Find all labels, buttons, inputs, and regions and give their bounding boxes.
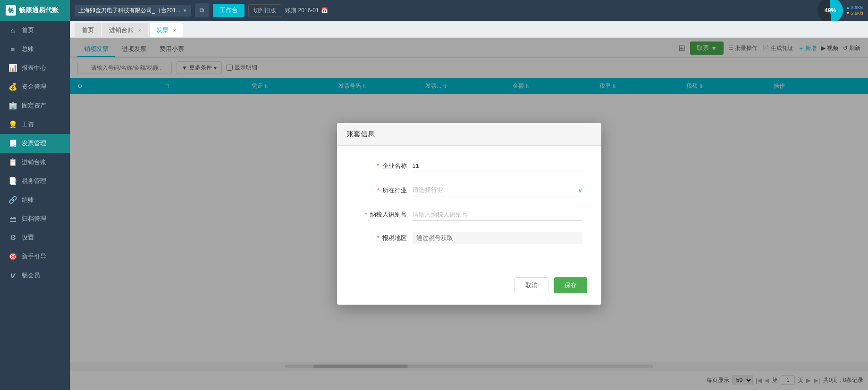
archive-icon: 🗃 bbox=[8, 215, 17, 223]
tab-home-label: 首页 bbox=[82, 26, 94, 33]
app-logo: 畅 畅康通易代账 bbox=[0, 0, 70, 21]
sidebar-item-label: 归档管理 bbox=[22, 215, 46, 223]
download-speed: ▼ 2.6K/s bbox=[846, 11, 863, 16]
cancel-button[interactable]: 取消 bbox=[514, 277, 548, 293]
calendar-icon[interactable]: 📅 bbox=[321, 7, 328, 14]
required-star: * bbox=[377, 187, 379, 194]
network-indicator: 49% ▲ 8.5K/s ▼ 2.6K/s bbox=[817, 0, 863, 23]
company-name-row: * 企业名称 bbox=[356, 160, 582, 172]
industry-label: 所在行业 bbox=[382, 187, 407, 194]
period-display: 账期 2016-01 📅 bbox=[285, 7, 328, 15]
industry-chevron-down-icon[interactable]: ∨ bbox=[578, 186, 582, 194]
tab-invoice[interactable]: 发票 × bbox=[149, 23, 183, 37]
tab-home[interactable]: 首页 bbox=[75, 23, 101, 37]
industry-placeholder: 请选择行业 bbox=[413, 186, 578, 194]
sidebar-item-funds[interactable]: 💰 资金管理 bbox=[0, 77, 70, 96]
tax-region-row: * 报税地区 bbox=[356, 232, 582, 244]
page-tabs: 首页 进销台账 × 发票 × bbox=[70, 21, 868, 38]
tax-id-label-wrap: * 纳税人识别号 bbox=[356, 210, 413, 219]
modal-title: 账套信息 bbox=[346, 130, 375, 138]
sidebar-item-label: 资金管理 bbox=[22, 83, 46, 91]
sidebar-item-salary[interactable]: 👷 工资 bbox=[0, 115, 70, 134]
funds-icon: 💰 bbox=[8, 83, 17, 91]
company-name-input[interactable] bbox=[413, 160, 582, 172]
company-name-label: 企业名称 bbox=[382, 162, 407, 169]
network-percent: 49% bbox=[825, 7, 836, 14]
home-icon: ⌂ bbox=[8, 26, 17, 34]
tab-sales-ledger-label: 进销台账 bbox=[109, 26, 134, 33]
sidebar-item-label: 进销台账 bbox=[22, 158, 46, 166]
account-info-modal: 账套信息 * 企业名称 * 所在行业 bbox=[337, 123, 601, 305]
period-value: 2016-01 bbox=[298, 7, 319, 14]
company-name: 上海卯金刀电子科技有限公司_（台201... bbox=[78, 7, 181, 15]
sidebar-item-label: 固定资产 bbox=[22, 101, 46, 110]
company-selector[interactable]: 上海卯金刀电子科技有限公司_（台201... ▼ bbox=[75, 5, 191, 17]
sidebar: 畅 畅康通易代账 ⌂ 首页 ≡ 总账 📊 报表中心 💰 资金管理 🏢 固定资产 … bbox=[0, 0, 70, 390]
industry-row: * 所在行业 请选择行业 ∨ bbox=[356, 183, 582, 197]
sidebar-nav: ⌂ 首页 ≡ 总账 📊 报表中心 💰 资金管理 🏢 固定资产 👷 工资 🧾 发票… bbox=[0, 21, 70, 390]
required-star: * bbox=[377, 234, 379, 241]
upload-speed: ▲ 8.5K/s bbox=[846, 5, 863, 10]
modal-body: * 企业名称 * 所在行业 请选择行业 ∨ bbox=[337, 146, 601, 270]
sidebar-item-vip[interactable]: V 畅会员 bbox=[0, 266, 70, 285]
modal-footer: 取消 保存 bbox=[337, 270, 601, 305]
invoice-mgmt-icon: 🧾 bbox=[8, 139, 17, 148]
sales-ledger-icon: 📋 bbox=[8, 158, 17, 166]
sidebar-item-label: 税务管理 bbox=[22, 177, 46, 185]
period-label: 账期 bbox=[285, 7, 296, 15]
sidebar-item-ledger[interactable]: ≡ 总账 bbox=[0, 40, 70, 58]
modal-overlay: 账套信息 * 企业名称 * 所在行业 bbox=[70, 38, 868, 390]
save-button[interactable]: 保存 bbox=[554, 277, 587, 293]
sidebar-item-label: 发票管理 bbox=[22, 139, 46, 148]
sidebar-item-reports[interactable]: 📊 报表中心 bbox=[0, 58, 70, 77]
workbench-button[interactable]: 工作台 bbox=[213, 4, 244, 17]
content-area: 销项发票 进项发票 费用小票 ⊞ 取票 ▼ ☰ 批量操作 📄 bbox=[70, 38, 868, 390]
reports-icon: 📊 bbox=[8, 64, 17, 72]
sidebar-item-label: 新手引导 bbox=[22, 252, 46, 261]
close-accounts-icon: 🔗 bbox=[8, 196, 17, 204]
sidebar-item-label: 设置 bbox=[22, 233, 34, 242]
logo-icon: 畅 bbox=[6, 5, 16, 16]
sidebar-item-label: 报表中心 bbox=[22, 64, 46, 72]
industry-select[interactable]: 请选择行业 ∨ bbox=[413, 183, 582, 197]
modal-header: 账套信息 bbox=[337, 123, 601, 146]
tax-region-label-wrap: * 报税地区 bbox=[356, 234, 413, 242]
settings-icon: ⚙ bbox=[8, 233, 17, 242]
tax-region-input bbox=[413, 232, 582, 244]
tax-id-input[interactable] bbox=[413, 208, 582, 221]
net-speeds: ▲ 8.5K/s ▼ 2.6K/s bbox=[846, 5, 863, 16]
copy-icon[interactable]: ⧉ bbox=[195, 3, 209, 17]
vip-icon: V bbox=[8, 272, 17, 280]
sidebar-item-assets[interactable]: 🏢 固定资产 bbox=[0, 96, 70, 115]
topbar: 上海卯金刀电子科技有限公司_（台201... ▼ ⧉ 工作台 切到旧版 账期 2… bbox=[70, 0, 868, 21]
tax-id-row: * 纳税人识别号 bbox=[356, 208, 582, 221]
ledger-icon: ≡ bbox=[8, 45, 17, 53]
guide-icon: 🎯 bbox=[8, 252, 17, 261]
close-tab-sales-icon[interactable]: × bbox=[138, 27, 141, 33]
required-star: * bbox=[377, 162, 379, 169]
close-tab-invoice-icon[interactable]: × bbox=[173, 27, 176, 33]
salary-icon: 👷 bbox=[8, 120, 17, 129]
sidebar-item-invoice-mgmt[interactable]: 🧾 发票管理 bbox=[0, 134, 70, 153]
required-star: * bbox=[365, 211, 367, 218]
sidebar-item-guide[interactable]: 🎯 新手引导 bbox=[0, 247, 70, 266]
switch-old-button[interactable]: 切到旧版 bbox=[248, 4, 281, 17]
assets-icon: 🏢 bbox=[8, 101, 17, 110]
app-name: 畅康通易代账 bbox=[19, 6, 59, 15]
sidebar-item-label: 结账 bbox=[22, 196, 34, 204]
industry-label-wrap: * 所在行业 bbox=[356, 186, 413, 195]
tax-id-label: 纳税人识别号 bbox=[370, 211, 407, 218]
main-area: 上海卯金刀电子科技有限公司_（台201... ▼ ⧉ 工作台 切到旧版 账期 2… bbox=[70, 0, 868, 390]
sidebar-item-label: 总账 bbox=[22, 45, 34, 53]
sidebar-item-tax[interactable]: 📑 税务管理 bbox=[0, 172, 70, 191]
sidebar-item-label: 工资 bbox=[22, 120, 34, 129]
sidebar-item-close[interactable]: 🔗 结账 bbox=[0, 191, 70, 209]
sidebar-item-home[interactable]: ⌂ 首页 bbox=[0, 21, 70, 40]
tab-invoice-label: 发票 bbox=[156, 26, 169, 33]
sidebar-item-archive[interactable]: 🗃 归档管理 bbox=[0, 209, 70, 228]
sidebar-item-settings[interactable]: ⚙ 设置 bbox=[0, 228, 70, 247]
sidebar-item-sales-ledger[interactable]: 📋 进销台账 bbox=[0, 153, 70, 172]
company-name-label-wrap: * 企业名称 bbox=[356, 162, 413, 170]
company-chevron-icon: ▼ bbox=[183, 8, 187, 13]
tab-sales-ledger[interactable]: 进销台账 × bbox=[102, 23, 148, 37]
